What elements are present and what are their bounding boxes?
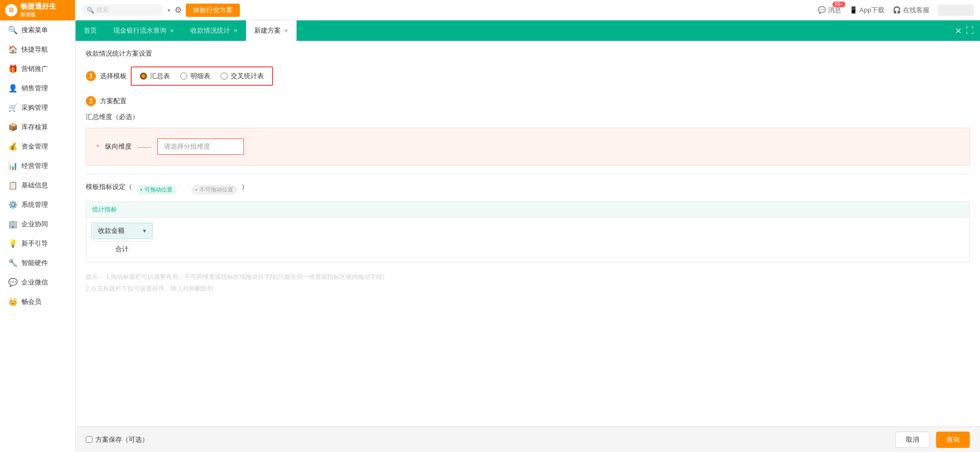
sidebar-item-label: 智能硬件 [21, 258, 48, 268]
sidebar-item-sales[interactable]: 👤 销售管理 [0, 79, 75, 98]
dropdown-arrow-icon[interactable]: ▾ [167, 7, 170, 14]
save-checkbox[interactable] [86, 436, 92, 443]
crown-icon: 👑 [8, 297, 17, 306]
non-draggable-icon: ▪ [195, 186, 198, 193]
logo-icon: B [5, 4, 17, 16]
radio-detail-label: 明细表 [190, 72, 210, 81]
sidebar-item-inventory[interactable]: 📦 库存核算 [0, 117, 75, 137]
sidebar-item-label: 采购管理 [21, 103, 48, 112]
notification-area[interactable]: 💬 消息 99+ [818, 6, 841, 15]
maximize-icon[interactable]: ⛶ [966, 26, 974, 35]
step2-section: 2 方案配置 汇总维度（必选） * 纵向维度 —— 请选择分组维度 [86, 96, 970, 293]
radio-summary-input[interactable] [140, 73, 147, 80]
chat-icon: 💬 [8, 278, 17, 287]
app-name: 畅捷通好生 [20, 2, 56, 11]
sidebar-item-label: 营销推广 [21, 64, 48, 74]
dimension-row: * 纵向维度 —— 请选择分组维度 [96, 138, 959, 155]
download-label: App下载 [860, 6, 885, 15]
sidebar-item-purchase[interactable]: 🛒 采购管理 [0, 98, 75, 117]
sidebar-item-basic-info[interactable]: 📋 基础信息 [0, 176, 75, 195]
metrics-total-row: 合计 [91, 241, 153, 257]
sidebar-item-search[interactable]: 🔍 搜索菜单 [0, 20, 75, 40]
gear-icon: ⚙️ [8, 200, 17, 209]
cart-icon: 🛒 [8, 103, 17, 112]
tab-payment-stats-close[interactable]: ✕ [233, 28, 238, 34]
non-draggable-badge: ▪ 不可拖动位置 [191, 185, 237, 195]
sidebar-item-member[interactable]: 👑 畅会员 [0, 292, 75, 312]
settings-icon[interactable]: ⚙ [175, 5, 182, 15]
cancel-button[interactable]: 取消 [895, 432, 930, 448]
step1-number: 1 [86, 71, 96, 81]
building-icon: 🏢 [8, 220, 17, 229]
query-button[interactable]: 查询 [936, 432, 970, 448]
radio-cross-input[interactable] [220, 73, 228, 80]
tip-line-1: 提示： 1.拖动标题栏可以调整布局，不可跨维度或指标区域拖动目字段(只能在同一维… [86, 273, 970, 281]
download-area[interactable]: 📱 App下载 [849, 6, 885, 15]
sidebar-item-operation[interactable]: 📊 经营管理 [0, 156, 75, 176]
user-area[interactable] [938, 5, 974, 16]
header-right: 💬 消息 99+ 📱 App下载 🎧 在线客服 [818, 5, 974, 16]
header-search[interactable]: 🔍 搜索 [82, 4, 163, 16]
tab-bank-flow[interactable]: 现金银行流水查询 ✕ [105, 20, 182, 41]
sidebar-item-label: 新手引导 [21, 239, 48, 248]
page-title: 收款情况统计方案设置 [86, 49, 970, 58]
radio-summary[interactable]: 汇总表 [140, 72, 170, 81]
sidebar-item-quick-nav[interactable]: 🏠 快捷导航 [0, 40, 75, 59]
step1-section: 1 选择模板 汇总表 明细表 交叉统计表 [86, 66, 970, 86]
tab-bar: 首页 现金银行流水查询 ✕ 收款情况统计 ✕ 新建方案 ✕ ✕ ⛶ [76, 20, 980, 41]
sidebar-item-finance[interactable]: 💰 资金管理 [0, 137, 75, 156]
metrics-end-paren: ） [241, 182, 248, 192]
sidebar-item-label: 企业协同 [21, 220, 48, 229]
tab-new-plan-close[interactable]: ✕ [284, 28, 288, 34]
sidebar-item-label: 经营管理 [21, 161, 48, 171]
list-icon: 📋 [8, 181, 17, 190]
sidebar-item-hardware[interactable]: 🔧 智能硬件 [0, 253, 75, 273]
service-area[interactable]: 🎧 在线客服 [893, 6, 929, 15]
money-icon: 💰 [8, 142, 17, 151]
sidebar-item-label: 库存核算 [21, 123, 48, 132]
step1-label: 选择模板 [100, 72, 127, 81]
sidebar-item-system[interactable]: ⚙️ 系统管理 [0, 195, 75, 215]
metrics-title: 模板指标设定（ [86, 182, 132, 192]
tab-home[interactable]: 首页 [76, 20, 105, 41]
close-window-icon[interactable]: ✕ [955, 26, 962, 36]
tab-actions: ✕ ⛶ [949, 26, 980, 36]
tip-line-2: 2.点击标题栏下拉可设置排序、插入列和删除列 [86, 284, 970, 293]
header-left: 🔍 搜索 ▾ ⚙ 体验行业方案 [82, 4, 240, 17]
search-icon: 🔍 [87, 7, 94, 14]
tab-bank-flow-label: 现金银行流水查询 [113, 26, 166, 35]
sidebar-item-enterprise[interactable]: 🏢 企业协同 [0, 215, 75, 234]
service-label: 在线客服 [903, 6, 929, 15]
content-inner: 收款情况统计方案设置 1 选择模板 汇总表 明细表 [76, 41, 980, 426]
footer-buttons: 取消 查询 [895, 432, 970, 448]
sidebar-item-label: 资金管理 [21, 142, 48, 151]
tab-bank-flow-close[interactable]: ✕ [169, 28, 174, 34]
sidebar-item-label: 搜索菜单 [21, 26, 48, 35]
main-area: 🔍 搜索 ▾ ⚙ 体验行业方案 💬 消息 99+ 📱 App下载 🎧 在线客服 [76, 0, 980, 452]
sidebar-item-label: 畅会员 [21, 297, 41, 306]
metrics-item-dropdown-icon[interactable]: ▾ [143, 227, 146, 234]
sidebar-item-marketing[interactable]: 🎁 营销推广 [0, 59, 75, 79]
chart-icon: 📊 [8, 161, 17, 171]
radio-detail[interactable]: 明细表 [180, 72, 210, 81]
tab-payment-stats-label: 收款情况统计 [190, 26, 230, 35]
radio-cross-label: 交叉统计表 [231, 72, 264, 81]
sidebar-item-wechat[interactable]: 💬 企业微信 [0, 273, 75, 292]
metrics-item-payment[interactable]: 收款金额 ▾ [91, 223, 153, 239]
dimension-selector[interactable]: 请选择分组维度 [157, 138, 244, 155]
sidebar-item-label: 销售管理 [21, 84, 48, 93]
metrics-item-label: 收款金额 [98, 226, 139, 235]
tab-home-label: 首页 [84, 26, 97, 35]
app-edition: 标准版 [20, 11, 56, 18]
hardware-icon: 🔧 [8, 258, 17, 268]
save-label: 方案保存（可选） [95, 435, 149, 444]
non-draggable-label: 不可拖动位置 [200, 186, 233, 194]
sidebar-item-guide[interactable]: 💡 新手引导 [0, 234, 75, 253]
required-mark: * [96, 143, 99, 151]
radio-cross[interactable]: 交叉统计表 [220, 72, 264, 81]
trial-button[interactable]: 体验行业方案 [186, 4, 240, 17]
tab-new-plan[interactable]: 新建方案 ✕ [246, 20, 297, 41]
user-name [938, 5, 974, 16]
radio-detail-input[interactable] [180, 73, 187, 80]
tab-payment-stats[interactable]: 收款情况统计 ✕ [182, 20, 246, 41]
